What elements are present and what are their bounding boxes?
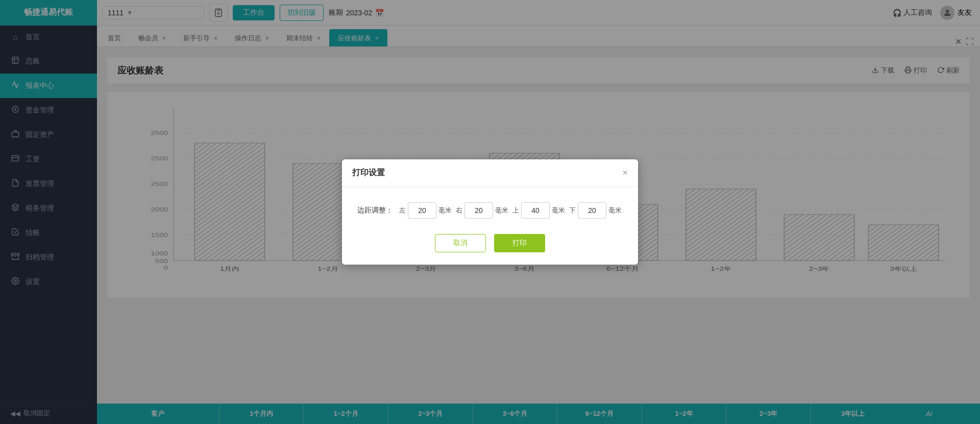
margin-row: 边距调整： 左 毫米 右 毫米 上 毫米 下 [357,202,623,219]
margin-left-input[interactable] [408,202,436,219]
margin-bottom-input[interactable] [578,202,606,219]
modal-body: 边距调整： 左 毫米 右 毫米 上 毫米 下 [342,187,638,229]
margin-top-input[interactable] [521,202,550,219]
top-label: 上 [512,206,519,215]
margin-right-group: 右 毫米 [456,202,508,219]
modal-overlay[interactable]: 打印设置 × 边距调整： 左 毫米 右 毫米 上 毫米 [0,0,980,424]
left-label: 左 [399,206,406,215]
margin-right-input[interactable] [464,202,493,219]
modal-header: 打印设置 × [342,159,638,187]
top-unit: 毫米 [552,206,565,215]
right-unit: 毫米 [495,206,508,215]
bottom-label: 下 [569,206,576,215]
modal-title: 打印设置 [352,168,385,178]
margin-bottom-group: 下 毫米 [569,202,622,219]
modal-close-button[interactable]: × [622,168,628,178]
margin-left-group: 左 毫米 [399,202,452,219]
modal-cancel-button[interactable]: 取消 [435,234,486,252]
right-label: 右 [456,206,462,215]
modal-print-button[interactable]: 打印 [494,234,545,252]
margin-top-group: 上 毫米 [512,202,565,219]
margin-label: 边距调整： [357,206,393,215]
modal-footer: 取消 打印 [342,229,638,265]
print-settings-modal: 打印设置 × 边距调整： 左 毫米 右 毫米 上 毫米 [342,159,638,265]
bottom-unit: 毫米 [608,206,622,215]
left-unit: 毫米 [438,206,452,215]
